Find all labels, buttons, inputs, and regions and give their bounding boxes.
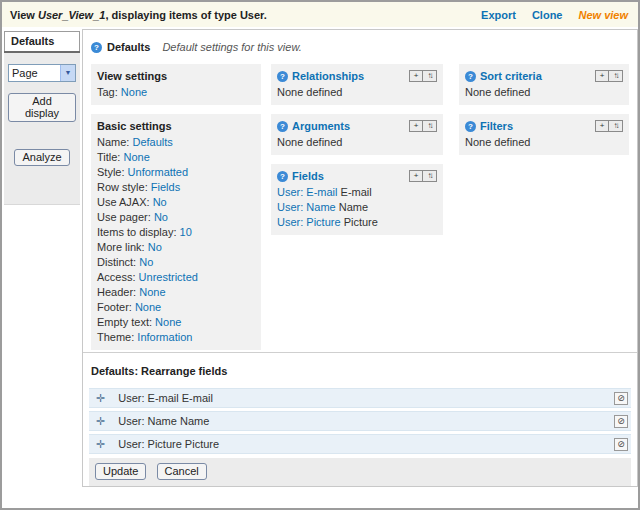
setting-value-link[interactable]: None bbox=[121, 86, 147, 98]
setting-value-link[interactable]: Unrestricted bbox=[139, 271, 198, 283]
setting-value-link[interactable]: 10 bbox=[180, 226, 192, 238]
relationships-box: ? Relationships + ↑↓ None defined bbox=[271, 64, 443, 105]
defaults-heading: Defaults bbox=[107, 41, 150, 53]
arguments-header: ? Arguments + ↑↓ bbox=[277, 119, 437, 133]
relationships-rearrange-button[interactable]: ↑↓ bbox=[423, 70, 437, 82]
remove-field-icon[interactable]: ⊘ bbox=[614, 392, 628, 405]
setting-value-link[interactable]: No bbox=[153, 196, 167, 208]
setting-row: Access: Unrestricted bbox=[97, 270, 255, 285]
fields-header: ? Fields + ↑↓ bbox=[277, 169, 437, 183]
field-link[interactable]: User: Name bbox=[277, 201, 336, 213]
sort-criteria-header: ? Sort criteria + ↑↓ bbox=[465, 69, 623, 83]
arguments-add-button[interactable]: + bbox=[409, 120, 423, 132]
setting-row: Tag: None bbox=[97, 85, 255, 100]
fields-rearrange-button[interactable]: ↑↓ bbox=[423, 170, 437, 182]
update-button[interactable]: Update bbox=[95, 463, 146, 480]
setting-value-link[interactable]: No bbox=[154, 211, 168, 223]
setting-label: Access: bbox=[97, 271, 136, 283]
content-area: Defaults Page ▼ Add display Analyze ? De… bbox=[2, 27, 638, 487]
remove-field-icon[interactable]: ⊘ bbox=[614, 415, 628, 428]
setting-value-link[interactable]: No bbox=[139, 256, 153, 268]
sort-criteria-add-button[interactable]: + bbox=[595, 70, 609, 82]
cancel-button[interactable]: Cancel bbox=[157, 463, 207, 480]
field-link[interactable]: User: Picture bbox=[277, 216, 341, 228]
help-icon[interactable]: ? bbox=[277, 121, 288, 132]
settings-columns: View settings Tag: None Basic settings N… bbox=[91, 64, 629, 352]
add-display-button[interactable]: Add display bbox=[8, 93, 76, 122]
setting-row: Title: None bbox=[97, 150, 255, 165]
rearrange-row: ✛ User: Name Name ⊘ bbox=[89, 411, 631, 431]
column-2: ? Relationships + ↑↓ None defined bbox=[271, 64, 443, 352]
arguments-title-link[interactable]: Arguments bbox=[292, 119, 350, 133]
setting-label: Style: bbox=[97, 166, 125, 178]
fields-add-button[interactable]: + bbox=[409, 170, 423, 182]
setting-label: Tag: bbox=[97, 86, 118, 98]
help-icon[interactable]: ? bbox=[277, 171, 288, 182]
filters-buttons: + ↑↓ bbox=[595, 120, 623, 132]
column-1: View settings Tag: None Basic settings N… bbox=[91, 64, 261, 352]
relationships-title-link[interactable]: Relationships bbox=[292, 69, 364, 83]
setting-row: Name: Defaults bbox=[97, 135, 255, 150]
setting-label: Header: bbox=[97, 286, 136, 298]
setting-value-link[interactable]: None bbox=[139, 286, 165, 298]
rearrange-title: Defaults: Rearrange fields bbox=[89, 365, 631, 377]
view-settings-title: View settings bbox=[97, 69, 255, 83]
help-icon[interactable]: ? bbox=[277, 71, 288, 82]
clone-link[interactable]: Clone bbox=[532, 9, 563, 21]
setting-row: Theme: Information bbox=[97, 330, 255, 345]
field-link[interactable]: User: E-mail bbox=[277, 186, 338, 198]
drag-handle-icon[interactable]: ✛ bbox=[96, 392, 105, 405]
filters-add-button[interactable]: + bbox=[595, 120, 609, 132]
fields-title-link[interactable]: Fields bbox=[292, 169, 324, 183]
setting-label: Use pager: bbox=[97, 211, 151, 223]
field-row: User: Picture Picture bbox=[277, 215, 437, 230]
setting-label: Row style: bbox=[97, 181, 148, 193]
setting-value-link[interactable]: No bbox=[148, 241, 162, 253]
header-links: Export Clone New view bbox=[481, 9, 628, 21]
tab-defaults[interactable]: Defaults bbox=[4, 31, 80, 51]
help-icon[interactable]: ? bbox=[465, 121, 476, 132]
settings-section: ? Defaults Default settings for this vie… bbox=[83, 30, 637, 352]
setting-value-link[interactable]: None bbox=[124, 151, 150, 163]
export-link[interactable]: Export bbox=[481, 9, 516, 21]
help-icon[interactable]: ? bbox=[91, 42, 102, 53]
arguments-rearrange-button[interactable]: ↑↓ bbox=[423, 120, 437, 132]
setting-label: More link: bbox=[97, 241, 145, 253]
new-view-link[interactable]: New view bbox=[578, 9, 628, 21]
relationships-add-button[interactable]: + bbox=[409, 70, 423, 82]
sort-criteria-title-link[interactable]: Sort criteria bbox=[480, 69, 542, 83]
rearrange-row: ✛ User: E-mail E-mail ⊘ bbox=[89, 388, 631, 408]
help-icon[interactable]: ? bbox=[465, 71, 476, 82]
setting-value-link[interactable]: Fields bbox=[151, 181, 180, 193]
setting-value-link[interactable]: None bbox=[135, 301, 161, 313]
basic-settings-title: Basic settings bbox=[97, 119, 255, 133]
relationships-header: ? Relationships + ↑↓ bbox=[277, 69, 437, 83]
filters-header: ? Filters + ↑↓ bbox=[465, 119, 623, 133]
page-title: View User_View_1, displaying items of ty… bbox=[10, 9, 267, 21]
rearrange-row: ✛ User: Picture Picture ⊘ bbox=[89, 434, 631, 454]
page-frame: View User_View_1, displaying items of ty… bbox=[0, 0, 640, 510]
setting-row: Use AJAX: No bbox=[97, 195, 255, 210]
analyze-button[interactable]: Analyze bbox=[14, 149, 69, 166]
filters-title-link[interactable]: Filters bbox=[480, 119, 513, 133]
setting-value-link[interactable]: None bbox=[155, 316, 181, 328]
setting-value-link[interactable]: Information bbox=[137, 331, 192, 343]
drag-handle-icon[interactable]: ✛ bbox=[96, 438, 105, 451]
sort-criteria-rearrange-button[interactable]: ↑↓ bbox=[609, 70, 623, 82]
filters-empty: None defined bbox=[465, 135, 623, 150]
display-type-select-value: Page bbox=[9, 67, 60, 79]
header-bar: View User_View_1, displaying items of ty… bbox=[2, 2, 638, 27]
remove-field-icon[interactable]: ⊘ bbox=[614, 438, 628, 451]
setting-value-link[interactable]: Unformatted bbox=[128, 166, 189, 178]
rearrange-row-label: User: E-mail E-mail bbox=[118, 392, 213, 404]
setting-label: Title: bbox=[97, 151, 120, 163]
setting-value-link[interactable]: Defaults bbox=[132, 136, 172, 148]
arguments-buttons: + ↑↓ bbox=[409, 120, 437, 132]
display-type-select[interactable]: Page ▼ bbox=[8, 64, 76, 82]
filters-rearrange-button[interactable]: ↑↓ bbox=[609, 120, 623, 132]
basic-settings-box: Basic settings Name: Defaults Title: Non… bbox=[91, 114, 261, 350]
setting-label: Footer: bbox=[97, 301, 132, 313]
setting-row: Distinct: No bbox=[97, 255, 255, 270]
setting-row: Items to display: 10 bbox=[97, 225, 255, 240]
drag-handle-icon[interactable]: ✛ bbox=[96, 415, 105, 428]
